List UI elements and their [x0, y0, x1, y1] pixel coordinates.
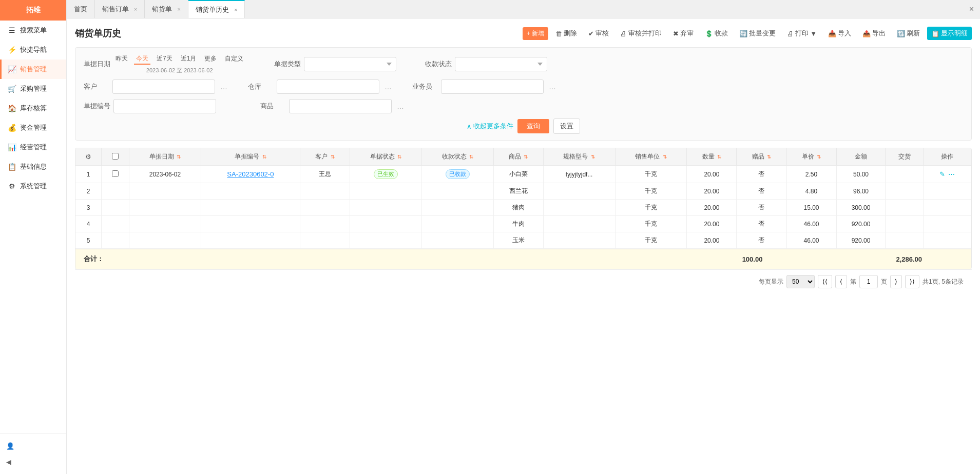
purchase-mgmt-icon: 🛒 [8, 85, 16, 93]
tab-sales-delivery[interactable]: 销货单 × [145, 0, 188, 18]
col-spec[interactable]: 规格型号 ⇅ [543, 148, 615, 166]
collect-button[interactable]: 💲 收款 [701, 27, 732, 40]
page-current-input[interactable] [859, 275, 878, 288]
sidebar-collapse[interactable]: ◀ [0, 454, 66, 470]
cell-spec [543, 183, 615, 200]
col-qty[interactable]: 数量 ⇅ [687, 148, 737, 166]
page-prev-btn[interactable]: ⟨ [835, 275, 847, 288]
show-detail-button[interactable]: 📋 显示明细 [927, 27, 972, 40]
tab-sales-delivery-history-close[interactable]: × [234, 7, 237, 13]
col-unit[interactable]: 销售单位 ⇅ [615, 148, 687, 166]
col-checkbox [102, 148, 129, 166]
col-payment-status[interactable]: 收款状态 ⇅ [421, 148, 493, 166]
settings-button[interactable]: 设置 [553, 118, 580, 134]
sidebar-item-search-menu[interactable]: ☰ 搜索菜单 [0, 21, 66, 40]
collapse-filter-btn[interactable]: ∧ 收起更多条件 [467, 120, 513, 133]
refresh-button[interactable]: 🔃 刷新 [893, 27, 924, 40]
sidebar-item-purchase-mgmt[interactable]: 🛒 采购管理 [0, 79, 66, 98]
col-unit-price[interactable]: 单价 ⇅ [786, 148, 836, 166]
sidebar-user-settings[interactable]: 👤 [0, 438, 66, 454]
filter-doc-type-select[interactable] [304, 57, 396, 71]
cell-unit-price: 46.00 [786, 216, 836, 232]
sort-gift-icon: ⇅ [767, 154, 771, 160]
tab-sales-delivery-close[interactable]: × [177, 6, 180, 12]
show-detail-icon: 📋 [931, 30, 939, 37]
cell-no: 5 [75, 232, 102, 249]
tab-bar: 首页 销售订单 × 销货单 × 销货单历史 × × [67, 0, 980, 18]
filter-payment-status-label: 收款状态 [425, 60, 452, 69]
sidebar-item-system-mgmt[interactable]: ⚙ 系统管理 [0, 176, 66, 196]
cell-payment-status [421, 216, 493, 232]
sidebar-item-quick-nav[interactable]: ⚡ 快捷导航 [0, 40, 66, 60]
col-gift[interactable]: 赠品 ⇅ [737, 148, 786, 166]
filter-warehouse: 仓库 … [248, 80, 394, 94]
delete-op-icon[interactable]: ⋯ [948, 170, 955, 178]
cell-doc-no-link[interactable]: SA-20230602-0 [227, 170, 274, 178]
filter-goods-input[interactable] [289, 99, 392, 113]
date-tab-more[interactable]: 更多 [202, 54, 219, 65]
sidebar-item-inventory-calc[interactable]: 🏠 库存核算 [0, 98, 66, 118]
date-tab-1month[interactable]: 近1月 [179, 54, 199, 65]
filter-warehouse-ellipsis[interactable]: … [382, 83, 394, 91]
sidebar-item-finance-mgmt[interactable]: 💰 资金管理 [0, 118, 66, 137]
audit-print-button[interactable]: 🖨 审核并打印 [616, 27, 666, 40]
search-menu-icon: ☰ [8, 26, 16, 34]
cell-spec: tyjyjtyjdf... [543, 166, 615, 183]
audit-button[interactable]: ✔ 审核 [584, 27, 613, 40]
date-tab-yesterday[interactable]: 昨天 [113, 54, 130, 65]
filter-customer-input[interactable] [112, 80, 215, 94]
tab-sales-delivery-label: 销货单 [152, 5, 172, 14]
add-button[interactable]: + 新增 [523, 27, 548, 40]
sidebar-item-operations-mgmt[interactable]: 📊 经营管理 [0, 137, 66, 157]
filter-goods-label: 商品 [260, 102, 286, 111]
cell-unit: 千克 [615, 200, 687, 216]
filter-salesperson-input[interactable] [441, 80, 544, 94]
table-row: 12023-06-02SA-20230602-0王总已生效已收款小白菜tyjyj… [75, 166, 971, 183]
filter-salesperson-ellipsis[interactable]: … [547, 83, 558, 91]
date-tab-custom[interactable]: 自定义 [223, 54, 245, 65]
col-goods[interactable]: 商品 ⇅ [493, 148, 543, 166]
col-doc-no[interactable]: 单据编号 ⇅ [201, 148, 300, 166]
sidebar-item-sales-mgmt[interactable]: 📈 销售管理 [0, 60, 66, 79]
tab-bar-close-all[interactable]: × [963, 5, 980, 14]
content-area: 销货单历史 + 新增 🗑 删除 ✔ 审核 🖨 审核并打印 ✖ 弃审 [67, 18, 980, 474]
tab-sales-delivery-history[interactable]: 销货单历史 × [188, 0, 245, 18]
date-tab-today[interactable]: 今天 [134, 54, 150, 65]
row-checkbox[interactable] [112, 170, 119, 177]
data-table-wrapper: ⚙ 单据日期 ⇅ 单据编号 ⇅ 客户 ⇅ 单据状态 ⇅ 收款状态 ⇅ 商品 ⇅ … [75, 148, 972, 269]
filter-doc-no: 单据编号 [84, 99, 216, 113]
col-customer[interactable]: 客户 ⇅ [300, 148, 350, 166]
tab-sales-order-close[interactable]: × [134, 6, 137, 12]
col-doc-status[interactable]: 单据状态 ⇅ [350, 148, 421, 166]
import-icon: 📥 [828, 30, 836, 37]
export-button[interactable]: 📤 导出 [858, 27, 890, 40]
batch-change-button[interactable]: 🔄 批量变更 [735, 27, 780, 40]
collapse-up-icon: ∧ [467, 123, 472, 130]
filter-warehouse-input[interactable] [277, 80, 379, 94]
tab-home[interactable]: 首页 [67, 0, 95, 18]
cell-doc-no [201, 200, 300, 216]
page-first-btn[interactable]: ⟨⟨ [818, 275, 832, 288]
tab-sales-order[interactable]: 销售订单 × [95, 0, 145, 18]
delete-button[interactable]: 🗑 删除 [551, 27, 581, 40]
edit-op-icon[interactable]: ✎ [939, 170, 945, 178]
sidebar-item-basic-info[interactable]: 📋 基础信息 [0, 157, 66, 176]
page-next-btn[interactable]: ⟩ [890, 275, 902, 288]
filter-doc-no-input[interactable] [113, 99, 216, 113]
filter-customer-ellipsis[interactable]: … [218, 83, 229, 91]
select-all-checkbox[interactable] [112, 153, 119, 160]
sidebar-item-label: 采购管理 [20, 84, 47, 93]
query-button[interactable]: 查询 [517, 119, 549, 133]
print-button[interactable]: 🖨 打印 ▼ [783, 27, 821, 40]
import-button[interactable]: 📥 导入 [824, 27, 855, 40]
table-settings-icon[interactable]: ⚙ [85, 153, 91, 161]
col-settings[interactable]: ⚙ [75, 148, 102, 166]
abandon-button[interactable]: ✖ 弃审 [669, 27, 698, 40]
filter-payment-status-select[interactable] [455, 57, 547, 71]
page-last-btn[interactable]: ⟩⟩ [905, 275, 919, 288]
date-tab-7days[interactable]: 近7天 [155, 54, 175, 65]
page-size-select[interactable]: 50 100 200 [786, 275, 815, 288]
col-date[interactable]: 单据日期 ⇅ [129, 148, 201, 166]
cell-payment-status [421, 183, 493, 200]
filter-goods-ellipsis[interactable]: … [395, 102, 406, 110]
